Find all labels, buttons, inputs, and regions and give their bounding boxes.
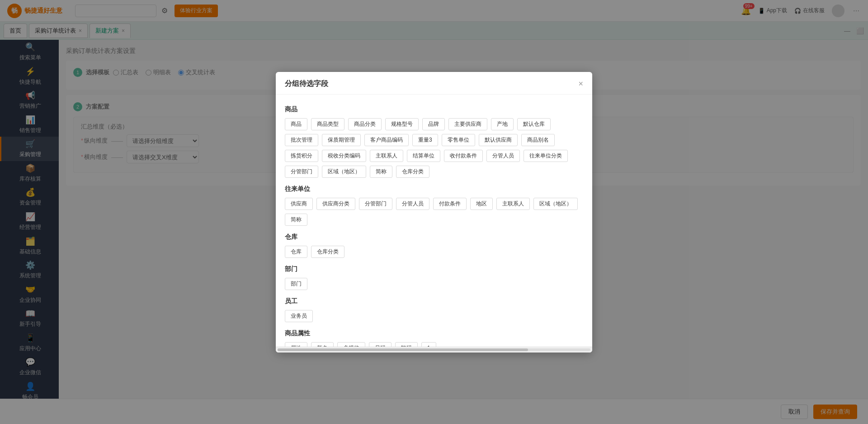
field-tax-code[interactable]: 税收分类编码 bbox=[322, 150, 366, 162]
field-dept-counterpart[interactable]: 分管部门 bbox=[359, 198, 392, 210]
field-settlement-unit[interactable]: 结算单位 bbox=[407, 150, 440, 162]
hscroll-track bbox=[278, 348, 590, 351]
field-pay-terms[interactable]: 付款条件 bbox=[433, 198, 467, 210]
field-warehouse-category-product[interactable]: 仓库分类 bbox=[396, 166, 429, 178]
field-supervisor[interactable]: 分管人员 bbox=[486, 150, 520, 162]
field-color[interactable]: 颜色 bbox=[311, 342, 334, 347]
modal-header: 分组待选字段 × bbox=[276, 72, 592, 95]
field-area[interactable]: 地区 bbox=[470, 198, 493, 210]
field-region-product[interactable]: 区域（地区） bbox=[322, 166, 366, 178]
section-title-product: 商品 bbox=[285, 105, 583, 114]
field-payment-terms[interactable]: 收付款条件 bbox=[444, 150, 483, 162]
modal-dialog: 分组待选字段 × 商品 商品 商品类型 商品分类 规格型号 品牌 主要供应商 产… bbox=[276, 72, 592, 353]
section-title-counterpart: 往来单位 bbox=[285, 185, 583, 193]
field-warehouse-category[interactable]: 仓库分类 bbox=[311, 246, 344, 258]
field-customer-code[interactable]: 客户商品编码 bbox=[364, 134, 409, 146]
field-abbr-counterpart[interactable]: 简称 bbox=[285, 214, 307, 226]
section-title-dept: 部门 bbox=[285, 265, 583, 273]
field-abbr-product[interactable]: 简称 bbox=[370, 166, 392, 178]
field-attr-1[interactable]: 1 bbox=[421, 342, 436, 347]
field-grid-product-attr: 属性 颜色 多规格 尺码 鞋码 1 bbox=[285, 342, 583, 347]
field-weight[interactable]: 重量3 bbox=[412, 134, 438, 146]
field-warehouse[interactable]: 仓库 bbox=[285, 246, 307, 258]
field-size[interactable]: 尺码 bbox=[369, 342, 392, 347]
field-attr[interactable]: 属性 bbox=[285, 342, 307, 347]
modal-overlay: 分组待选字段 × 商品 商品 商品类型 商品分类 规格型号 品牌 主要供应商 产… bbox=[0, 0, 868, 424]
field-grid-counterpart: 供应商 供应商分类 分管部门 分管人员 付款条件 地区 主联系人 区域（地区） … bbox=[285, 198, 583, 226]
field-default-warehouse[interactable]: 默认仓库 bbox=[517, 118, 551, 130]
field-origin[interactable]: 产地 bbox=[491, 118, 514, 130]
modal-body[interactable]: 商品 商品 商品类型 商品分类 规格型号 品牌 主要供应商 产地 默认仓库 批次… bbox=[276, 95, 592, 347]
field-product-category[interactable]: 商品分类 bbox=[348, 118, 382, 130]
field-counterpart-category[interactable]: 往来单位分类 bbox=[524, 150, 568, 162]
field-batch-mgmt[interactable]: 批次管理 bbox=[285, 134, 318, 146]
field-retail-unit[interactable]: 零售单位 bbox=[442, 134, 475, 146]
field-person-counterpart[interactable]: 分管人员 bbox=[396, 198, 429, 210]
field-shelf-life[interactable]: 保质期管理 bbox=[322, 134, 361, 146]
field-grid-product: 商品 商品类型 商品分类 规格型号 品牌 主要供应商 产地 默认仓库 批次管理 … bbox=[285, 118, 583, 178]
field-salesperson[interactable]: 业务员 bbox=[285, 310, 313, 322]
field-supplier[interactable]: 供应商 bbox=[285, 198, 313, 210]
modal-hscrollbar[interactable] bbox=[276, 347, 592, 352]
field-product-alias[interactable]: 商品别名 bbox=[521, 134, 555, 146]
hscroll-thumb bbox=[278, 348, 528, 351]
modal-title: 分组待选字段 bbox=[285, 79, 328, 89]
field-product-type[interactable]: 商品类型 bbox=[311, 118, 344, 130]
field-main-supplier[interactable]: 主要供应商 bbox=[448, 118, 487, 130]
field-grid-employee: 业务员 bbox=[285, 310, 583, 322]
section-title-employee: 员工 bbox=[285, 297, 583, 305]
field-product[interactable]: 商品 bbox=[285, 118, 307, 130]
field-pick-points[interactable]: 拣货积分 bbox=[285, 150, 318, 162]
modal-close-button[interactable]: × bbox=[578, 80, 583, 88]
field-supervisor-dept[interactable]: 分管部门 bbox=[285, 166, 318, 178]
section-title-product-attr: 商品属性 bbox=[285, 329, 583, 338]
field-supplier-category[interactable]: 供应商分类 bbox=[316, 198, 355, 210]
field-spec-model[interactable]: 规格型号 bbox=[385, 118, 419, 130]
field-main-contact[interactable]: 主联系人 bbox=[370, 150, 403, 162]
section-title-warehouse: 仓库 bbox=[285, 233, 583, 241]
field-grid-dept: 部门 bbox=[285, 278, 583, 290]
field-multi-spec[interactable]: 多规格 bbox=[337, 342, 365, 347]
field-default-supplier[interactable]: 默认供应商 bbox=[479, 134, 518, 146]
field-grid-warehouse: 仓库 仓库分类 bbox=[285, 246, 583, 258]
field-brand[interactable]: 品牌 bbox=[422, 118, 445, 130]
field-shoe-size[interactable]: 鞋码 bbox=[395, 342, 418, 347]
field-main-contact-counterpart[interactable]: 主联系人 bbox=[496, 198, 530, 210]
field-region-counterpart[interactable]: 区域（地区） bbox=[533, 198, 578, 210]
field-dept[interactable]: 部门 bbox=[285, 278, 307, 290]
